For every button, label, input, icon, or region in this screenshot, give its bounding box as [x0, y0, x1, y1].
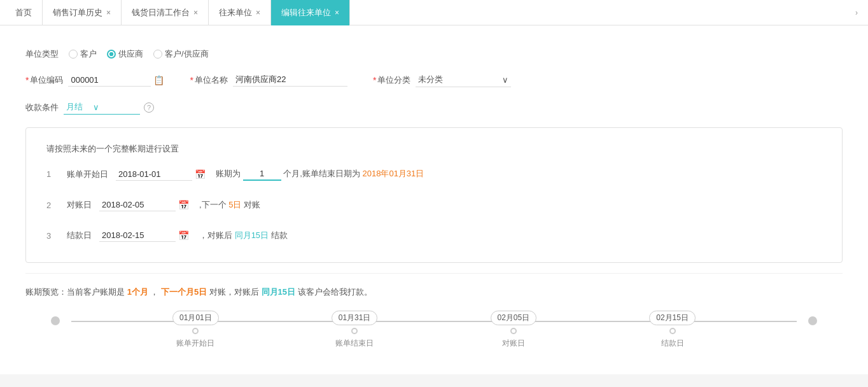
- timeline-point-4: 02月15日 结款日: [649, 311, 696, 349]
- period-field-label-1: 账单开始日: [67, 169, 108, 180]
- period-num-3: 3: [46, 231, 59, 241]
- category-value: 未分类: [418, 74, 443, 85]
- payment-dropdown[interactable]: 月结 ∨: [64, 100, 140, 115]
- timeline-start-dot: [51, 311, 60, 325]
- timeline-point-1: 01月01日 账单开始日: [172, 311, 219, 349]
- radio-customer[interactable]: 客户: [69, 48, 97, 60]
- dot-start: [51, 316, 60, 325]
- dot-end: [808, 316, 817, 325]
- category-field-group: * 单位分类 未分类 ∨: [373, 73, 511, 87]
- payment-row: 收款条件 月结 ∨ ?: [25, 100, 843, 115]
- code-label: 单位编码: [30, 74, 63, 86]
- tab-edit-partner[interactable]: 编辑往来单位 ×: [271, 0, 350, 25]
- period-desc-suffix-3: 结款: [271, 230, 288, 240]
- preview-text: 账期预览：当前客户账期是 1个月 ， 下一个月5日 对账，对账后 同月15日 该…: [25, 286, 843, 298]
- period-row-2: 2 对账日 📅 ,下一个 5日 对账: [46, 199, 822, 211]
- period-date-input-1[interactable]: [116, 168, 192, 181]
- timeline-sublabel-2: 账单结束日: [335, 338, 374, 349]
- timeline-sublabel-4: 结款日: [661, 338, 684, 349]
- preview-label: 账期预览：当前客户账期是: [25, 287, 125, 297]
- timeline-wrapper: 01月01日 账单开始日 01月31日 账单结束日 02月05日: [25, 311, 843, 374]
- radio-customer-circle: [69, 50, 78, 59]
- period-field-label-3: 结款日: [67, 230, 92, 241]
- period-date-input-3[interactable]: [99, 229, 176, 242]
- category-required-star: *: [373, 75, 376, 85]
- code-input[interactable]: [68, 74, 151, 87]
- period-desc-suffix-2: 对账: [244, 200, 260, 209]
- timeline-point-2: 01月31日 账单结束日: [332, 311, 378, 349]
- name-input[interactable]: [233, 74, 347, 87]
- code-required-star: *: [25, 75, 29, 85]
- period-desc-2: ,下一个 5日 对账: [199, 199, 260, 211]
- dot-4: [669, 328, 676, 334]
- tab-edit-partner-label: 编辑往来单位: [281, 7, 331, 18]
- tab-partner-close[interactable]: ×: [256, 8, 260, 17]
- timeline-points: 01月01日 账单开始日 01月31日 账单结束日 02月05日: [51, 311, 817, 349]
- tab-cash-work-label: 钱货日清工作台: [132, 7, 190, 18]
- page-wrapper: 首页 销售订单历史 × 钱货日清工作台 × 往来单位 × 编辑往来单位 × › …: [0, 0, 868, 387]
- period-box: 请按照未来的一个完整帐期进行设置 1 账单开始日 📅 账期为 个月,账单结束日期…: [25, 127, 843, 263]
- preview-part1: 1个月: [127, 287, 148, 297]
- tab-home-label: 首页: [15, 7, 32, 18]
- dot-3: [510, 328, 517, 334]
- radio-supplier-label: 供应商: [118, 48, 143, 60]
- name-field-group: * 单位名称: [190, 74, 347, 87]
- timeline-point-3: 02月05日 对账日: [491, 311, 537, 349]
- tabs-scroll-right[interactable]: ›: [850, 8, 863, 17]
- dot-1: [192, 328, 199, 334]
- period-cal-icon-2[interactable]: 📅: [178, 200, 189, 210]
- timeline-sublabel-1: 账单开始日: [176, 338, 214, 349]
- period-months-input[interactable]: [243, 167, 281, 181]
- period-date-input-2[interactable]: [99, 199, 176, 211]
- content-area: 单位类型 客户 供应商 客户/供应商 * 单位: [0, 25, 868, 374]
- radio-both-circle: [153, 50, 162, 59]
- preview-part2: 下一个月5日: [161, 287, 207, 297]
- period-num-1: 1: [46, 169, 59, 179]
- category-dropdown[interactable]: 未分类 ∨: [416, 73, 511, 87]
- period-row-3: 3 结款日 📅 ，对账后 同月15日 结款: [46, 229, 822, 242]
- period-desc-suffix-1: 个月,账单结束日期为: [283, 169, 362, 178]
- timeline-label-4: 02月15日: [649, 311, 696, 325]
- period-desc-prefix-2: ,下一个: [199, 200, 227, 209]
- code-calendar-icon[interactable]: 📋: [153, 75, 164, 85]
- period-title: 请按照未来的一个完整帐期进行设置: [46, 143, 822, 155]
- tab-edit-partner-close[interactable]: ×: [335, 8, 339, 17]
- unit-type-row: 单位类型 客户 供应商 客户/供应商: [25, 48, 843, 60]
- tab-sales-history[interactable]: 销售订单历史 ×: [43, 0, 122, 25]
- preview-part3: 同月15日: [262, 287, 295, 297]
- tab-partner[interactable]: 往来单位 ×: [209, 0, 271, 25]
- timeline-end-dot: [808, 311, 817, 325]
- unit-type-label: 单位类型: [25, 48, 59, 60]
- payment-label: 收款条件: [25, 102, 59, 113]
- period-desc-1: 账期为 个月,账单结束日期为 2018年01月31日: [216, 167, 424, 181]
- code-field-group: * 单位编码 📋: [25, 74, 164, 87]
- name-label: 单位名称: [195, 74, 228, 86]
- radio-supplier[interactable]: 供应商: [107, 48, 143, 60]
- preview-middle1: ，: [150, 287, 158, 297]
- period-cal-icon-3[interactable]: 📅: [178, 230, 189, 241]
- timeline-sublabel-3: 对账日: [502, 338, 525, 349]
- tab-sales-history-label: 销售订单历史: [53, 7, 102, 18]
- tab-cash-work-close[interactable]: ×: [193, 8, 198, 17]
- tab-sales-history-close[interactable]: ×: [106, 8, 111, 17]
- period-desc-highlight-2: 5日: [228, 200, 241, 209]
- tab-cash-work[interactable]: 钱货日清工作台 ×: [122, 0, 209, 25]
- period-desc-3: ，对账后 同月15日 结款: [199, 230, 288, 241]
- radio-customer-label: 客户: [80, 48, 97, 60]
- period-desc-highlight-3: 同月15日: [235, 230, 269, 240]
- timeline-label-3: 02月05日: [491, 311, 537, 325]
- tabs-bar: 首页 销售订单历史 × 钱货日清工作台 × 往来单位 × 编辑往来单位 × ›: [0, 0, 868, 25]
- timeline-label-2: 01月31日: [332, 311, 378, 325]
- preview-suffix: 该客户会给我打款。: [298, 287, 372, 297]
- category-dropdown-arrow: ∨: [502, 75, 508, 85]
- tab-partner-label: 往来单位: [219, 7, 252, 18]
- period-end-date-highlight: 2018年01月31日: [362, 169, 424, 178]
- unit-type-radio-group: 客户 供应商 客户/供应商: [69, 48, 209, 60]
- radio-both-label: 客户/供应商: [165, 48, 209, 60]
- name-required-star: *: [190, 75, 193, 85]
- radio-both[interactable]: 客户/供应商: [153, 48, 209, 60]
- tab-home[interactable]: 首页: [5, 0, 43, 25]
- payment-help-icon[interactable]: ?: [144, 102, 154, 113]
- period-desc-prefix-1: 账期为: [216, 169, 241, 178]
- period-cal-icon-1[interactable]: 📅: [195, 169, 206, 179]
